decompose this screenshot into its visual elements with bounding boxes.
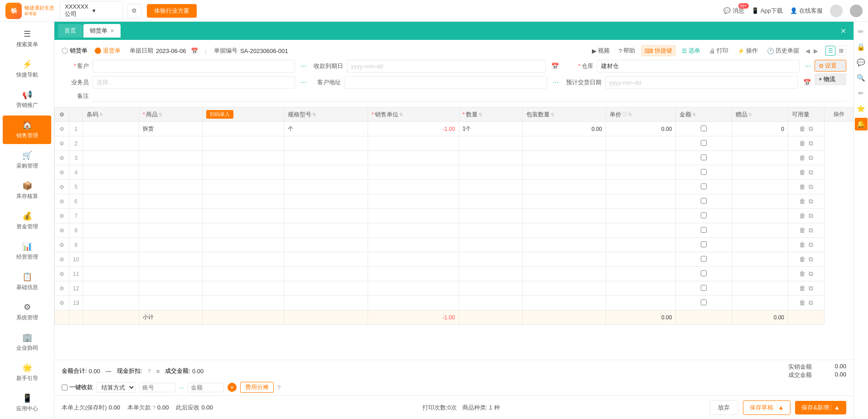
- tab-sales-order[interactable]: 销货单 ✕: [83, 24, 121, 38]
- gift-checkbox-1[interactable]: [701, 140, 707, 146]
- copy-icon-4[interactable]: ⧉: [809, 183, 813, 190]
- delete-icon-10[interactable]: 🗑: [799, 270, 805, 277]
- right-panel-star-icon[interactable]: ⭐: [855, 102, 868, 115]
- scan-btn[interactable]: 扫码录入: [206, 110, 233, 119]
- row-gear-7[interactable]: ⚙: [55, 223, 69, 238]
- history-btn[interactable]: 🕐 历史单据: [764, 46, 802, 56]
- row-price-11[interactable]: [522, 281, 606, 296]
- save-draft-btn[interactable]: 保存草稿 ▲: [743, 400, 791, 415]
- warehouse-more-icon[interactable]: ···: [805, 62, 811, 70]
- row-spec-5[interactable]: [203, 194, 284, 209]
- row-spec-2[interactable]: [203, 151, 284, 165]
- row-qty-9[interactable]: [368, 252, 459, 267]
- sidebar-item-shortcut[interactable]: ⚡ 快捷导航: [3, 55, 51, 83]
- row-spec-10[interactable]: [203, 267, 284, 281]
- sidebar-item-appstore[interactable]: 📱 应用中心: [3, 389, 51, 417]
- message-btn[interactable]: 💬 消息 99+: [723, 7, 744, 15]
- settlement-method-select[interactable]: 结算方式: [97, 382, 136, 393]
- calendar-icon[interactable]: 📅: [191, 48, 198, 54]
- row-barcode-11[interactable]: [83, 281, 139, 296]
- row-qty-10[interactable]: [368, 267, 459, 281]
- row-pack-qty-7[interactable]: [459, 223, 522, 238]
- delete-icon-4[interactable]: 🗑: [799, 183, 805, 190]
- delete-icon-2[interactable]: 🗑: [799, 154, 805, 161]
- one-click-payment-check[interactable]: 一键收款: [62, 383, 93, 391]
- row-product-12[interactable]: [139, 296, 203, 310]
- row-barcode-9[interactable]: [83, 252, 139, 267]
- gift-checkbox-8[interactable]: [701, 241, 707, 247]
- row-qty-5[interactable]: [368, 194, 459, 209]
- gift-checkbox-5[interactable]: [701, 198, 707, 204]
- doc-type-sales[interactable]: 销货单: [62, 47, 87, 55]
- row-unit-6[interactable]: [284, 209, 368, 223]
- shortcut-btn[interactable]: ⌨ 快捷键: [641, 45, 675, 56]
- row-gear-3[interactable]: ⚙: [55, 165, 69, 180]
- th-gear[interactable]: ⚙: [55, 107, 69, 122]
- row-pack-qty-3[interactable]: [459, 165, 522, 180]
- sidebar-item-marketing[interactable]: 📢 营销推广: [3, 85, 51, 114]
- row-spec-12[interactable]: [203, 296, 284, 310]
- row-price-7[interactable]: [522, 223, 606, 238]
- tab-close-icon[interactable]: ✕: [110, 28, 114, 34]
- row-pack-qty-9[interactable]: [459, 252, 522, 267]
- row-pack-qty-0[interactable]: 1个: [459, 122, 522, 136]
- row-barcode-3[interactable]: [83, 165, 139, 180]
- salesperson-input[interactable]: 选择...: [92, 76, 295, 89]
- row-price-0[interactable]: 0.00: [522, 122, 606, 136]
- help-btn[interactable]: ? 帮助: [616, 46, 638, 56]
- row-price-10[interactable]: [522, 267, 606, 281]
- row-qty-2[interactable]: [368, 151, 459, 165]
- row-amount-1[interactable]: [606, 136, 676, 151]
- settings-btn[interactable]: ⚙ 设置: [815, 60, 846, 72]
- account-input[interactable]: [139, 383, 175, 392]
- row-unit-1[interactable]: [284, 136, 368, 151]
- copy-icon-9[interactable]: ⧉: [809, 255, 813, 263]
- delete-icon-9[interactable]: 🗑: [799, 255, 805, 263]
- row-gear-4[interactable]: ⚙: [55, 180, 69, 194]
- row-gear-9[interactable]: ⚙: [55, 252, 69, 267]
- delete-icon-5[interactable]: 🗑: [799, 197, 805, 205]
- save-new-chevron-icon[interactable]: ▲: [831, 404, 840, 411]
- filter-btn[interactable]: ☰ 选单: [679, 46, 703, 56]
- row-price-2[interactable]: [522, 151, 606, 165]
- row-pack-qty-2[interactable]: [459, 151, 522, 165]
- row-amount-11[interactable]: [606, 281, 676, 296]
- row-spec-9[interactable]: [203, 252, 284, 267]
- sidebar-item-system[interactable]: ⚙ 系统管理: [3, 298, 51, 326]
- row-gear-12[interactable]: ⚙: [55, 296, 69, 310]
- copy-icon-8[interactable]: ⧉: [809, 241, 813, 248]
- row-amount-10[interactable]: [606, 267, 676, 281]
- row-product-10[interactable]: [139, 267, 203, 281]
- delete-icon-3[interactable]: 🗑: [799, 169, 805, 176]
- row-gear-6[interactable]: ⚙: [55, 209, 69, 223]
- gift-checkbox-7[interactable]: [701, 227, 707, 233]
- list-view-btn[interactable]: ☰: [825, 46, 835, 56]
- row-price-3[interactable]: [522, 165, 606, 180]
- sidebar-item-enterprise[interactable]: 🏢 企业协同: [3, 328, 51, 356]
- tab-home[interactable]: 首页: [58, 24, 82, 38]
- due-date-calendar-icon[interactable]: 📅: [551, 63, 559, 70]
- row-amount-8[interactable]: [606, 238, 676, 252]
- row-spec-8[interactable]: [203, 238, 284, 252]
- trial-button[interactable]: 体验行业方案: [147, 4, 197, 18]
- row-spec-0[interactable]: [203, 122, 284, 136]
- remark-input[interactable]: [92, 91, 846, 101]
- row-amount-7[interactable]: [606, 223, 676, 238]
- operation-btn[interactable]: ⚡ 操作: [735, 46, 761, 56]
- row-product-6[interactable]: [139, 209, 203, 223]
- row-amount-6[interactable]: [606, 209, 676, 223]
- row-qty-7[interactable]: [368, 223, 459, 238]
- row-qty-1[interactable]: [368, 136, 459, 151]
- delete-icon-6[interactable]: 🗑: [799, 212, 805, 219]
- due-date-input[interactable]: yyyy-mm-dd: [347, 60, 545, 72]
- row-gift-12[interactable]: [676, 296, 732, 310]
- row-barcode-2[interactable]: [83, 151, 139, 165]
- row-gift-1[interactable]: [676, 136, 732, 151]
- app-download-btn[interactable]: 📱 App下载: [752, 7, 783, 15]
- row-unit-10[interactable]: [284, 267, 368, 281]
- salesperson-more-icon[interactable]: ···: [301, 78, 306, 87]
- save-new-btn[interactable]: 保存&新增 ▲: [795, 401, 846, 414]
- row-price-4[interactable]: [522, 180, 606, 194]
- copy-icon-6[interactable]: ⧉: [809, 212, 813, 219]
- row-unit-4[interactable]: [284, 180, 368, 194]
